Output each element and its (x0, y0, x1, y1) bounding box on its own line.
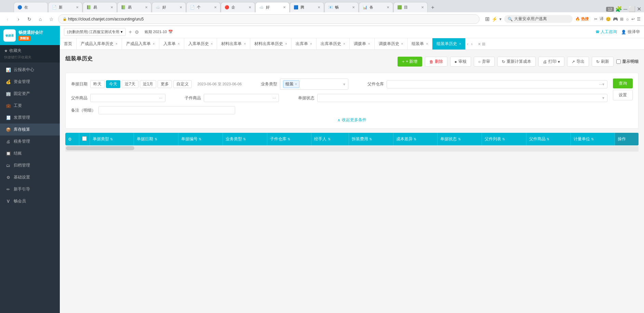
filter-settings-button[interactable]: 设置 (613, 90, 633, 100)
tab-close-icon[interactable]: × (310, 42, 312, 46)
date-custom-btn[interactable]: 自定义 (173, 80, 192, 88)
browser-tab-1[interactable]: 📄 新 ✕ (48, 2, 82, 12)
tab-close-icon[interactable]: ✕ (249, 5, 251, 9)
user-avatar-area[interactable]: 👤 徐泽华 (621, 29, 640, 35)
period-selector[interactable]: 账期 2021-10 📅 (142, 28, 176, 35)
scissors-icon[interactable]: ✂ (594, 17, 598, 22)
delete-button[interactable]: 🗑 删除 (425, 57, 447, 67)
audit-button[interactable]: ● 审核 (450, 57, 471, 67)
sidebar-item-settings[interactable]: ⚙ 基础设置 (0, 171, 60, 183)
tab-close-all-icon[interactable]: × (478, 41, 481, 47)
tab-close-icon[interactable]: × (285, 42, 287, 46)
page-tab-home[interactable]: 首页 (60, 38, 77, 49)
lightning-icon[interactable]: ⚡ (492, 16, 497, 22)
th-child-warehouse[interactable]: 子件仓库 ⇅ (267, 133, 311, 145)
date-7days-btn[interactable]: 近7天 (122, 80, 138, 88)
tab-close-icon[interactable]: × (116, 42, 118, 46)
tab-scroll-left[interactable]: ‹ (466, 42, 470, 46)
note-input[interactable] (98, 106, 235, 114)
browser-tab-5[interactable]: 📄 个 ✕ (186, 2, 220, 12)
search-box[interactable]: 🔍 大量安卓用户逃离 (504, 15, 573, 23)
order-status-dropdown[interactable]: ▾ (317, 94, 607, 102)
sidebar-item-salary[interactable]: 💼 工资 (0, 100, 60, 112)
sidebar-item-cloud-report[interactable]: 📊 云报表中心 (0, 64, 60, 76)
th-cost-variance[interactable]: 成本差异 ⇅ (393, 133, 438, 145)
tab-close-icon[interactable]: × (426, 42, 428, 46)
home-button[interactable]: ⌂ (36, 15, 44, 23)
recalculate-button[interactable]: ↻ 重新计算成本 (497, 57, 536, 67)
sidebar-item-checkout[interactable]: 🔲 结账 (0, 147, 60, 159)
select-all-checkbox[interactable] (82, 136, 87, 141)
business-type-tag-close[interactable]: × (295, 82, 297, 86)
minimize-icon[interactable]: ─ (623, 6, 627, 12)
date-more-btn[interactable]: 更多 (158, 80, 172, 88)
page-tab-transfer-history[interactable]: 调拨单历史 × (375, 38, 408, 49)
sidebar-item-fund[interactable]: 💰 资金管理 (0, 76, 60, 88)
browser-tab-11[interactable]: 🟩 目 ✕ (393, 2, 428, 12)
tab-close-icon[interactable]: ✕ (179, 5, 182, 9)
page-tab-out-order[interactable]: 出库单 × (292, 38, 317, 49)
tab-close-icon[interactable]: ✕ (421, 5, 424, 9)
th-order-no[interactable]: 单据编号 ⇅ (178, 133, 223, 145)
tab-close-icon[interactable]: × (244, 42, 246, 46)
th-settings[interactable]: ⚙ (65, 133, 79, 145)
game-icon[interactable]: 🎮 (613, 17, 618, 22)
extensions-icon[interactable]: 🧩 (615, 6, 622, 12)
show-detail-checkbox[interactable] (616, 59, 621, 64)
browser-tab-4[interactable]: ☁️ 好 ✕ (152, 2, 186, 12)
horizontal-scrollbar[interactable] (65, 146, 639, 152)
date-yesterday-btn[interactable]: 昨天 (90, 80, 105, 88)
print-button[interactable]: 🖨 打印 ▾ (538, 57, 564, 67)
close-window-icon[interactable]: ✕ (637, 6, 641, 12)
export-button[interactable]: ↗ 导出 (567, 57, 589, 67)
tab-close-icon[interactable]: ✕ (352, 5, 355, 9)
tab-close-icon[interactable]: ✕ (110, 5, 113, 9)
page-tab-produce-in-history[interactable]: 产成品入库单历史 × (77, 38, 122, 49)
sidebar-item-archive[interactable]: 🗂 归档管理 (0, 159, 60, 171)
emoji-icon[interactable]: 😊 (606, 17, 611, 22)
tab-close-icon[interactable]: × (459, 42, 461, 46)
menu-icon[interactable]: ☰ (637, 17, 641, 22)
browser-tab-6[interactable]: 🔴 企 ✕ (221, 2, 255, 12)
tab-close-icon[interactable]: × (178, 42, 180, 46)
parent-warehouse-dropdown[interactable]: ··· ▾ (387, 80, 607, 88)
tab-scroll-right[interactable]: › (470, 42, 474, 46)
th-business-type[interactable]: 业务类型 ⇅ (223, 133, 267, 145)
reload-button[interactable]: ↻ (25, 15, 33, 23)
th-disassembly-fee[interactable]: 拆装费用 ⇅ (349, 133, 393, 145)
sidebar-item-inventory[interactable]: 📦 库存核算 (0, 124, 60, 136)
browser-tab-8[interactable]: 🟦 腾 ✕ (290, 2, 324, 12)
browser-tab-7[interactable]: ☁️ 好 ✕ (255, 2, 290, 12)
page-tab-assembly-history[interactable]: 组装单历史 × (432, 38, 466, 49)
browser-tab-3[interactable]: 📗 易 ✕ (117, 2, 151, 12)
page-tab-out-order-history[interactable]: 出库单历史 × (317, 38, 350, 49)
tab-close-icon[interactable]: ✕ (283, 5, 286, 9)
tab-grid-icon[interactable]: ⊞ (482, 42, 485, 46)
th-order-date[interactable]: 单据日期 ⇅ (134, 133, 178, 145)
business-type-dropdown[interactable]: 组装 × ▾ (280, 79, 348, 90)
tab-close-icon[interactable]: × (211, 42, 213, 46)
date-1month-btn[interactable]: 近1月 (140, 80, 157, 88)
parent-goods-more-btn[interactable]: ··· (159, 96, 162, 100)
print-dropdown-icon[interactable]: ▾ (558, 59, 560, 64)
show-detail-toggle[interactable]: 显示明细 (616, 59, 639, 65)
tab-close-icon[interactable]: ✕ (145, 5, 148, 9)
consultant-link[interactable]: ☎ 人工咨询 (595, 29, 617, 35)
forward-button[interactable]: › (14, 15, 23, 23)
sidebar-item-fixed-assets[interactable]: 🏢 固定资产 (0, 88, 60, 100)
abandon-button[interactable]: ○ 弃审 (474, 57, 495, 67)
maximize-icon[interactable]: ⬜ (629, 6, 635, 12)
th-parent-list[interactable]: 父件列表 ⇅ (482, 133, 526, 145)
th-order-status[interactable]: 单据状态 ⇅ (438, 133, 482, 145)
tab-close-icon[interactable]: × (401, 42, 403, 46)
grid-icon[interactable]: ⊞ (620, 17, 623, 22)
query-button[interactable]: 查询 (613, 79, 633, 88)
tab-close-icon[interactable]: ✕ (318, 5, 320, 9)
tab-close-icon[interactable]: ✕ (387, 5, 389, 9)
qr-code-icon[interactable]: ⊞ (485, 16, 489, 22)
browser-tab-2[interactable]: 📗 易 ✕ (83, 2, 117, 12)
business-type-dropdown-more[interactable]: ▾ (343, 82, 345, 87)
child-goods-more-btn[interactable]: ··· (272, 96, 276, 100)
page-tab-in-order-history[interactable]: 入库单历史 × (184, 38, 217, 49)
address-input[interactable]: 🔒 https://cloud.chanjet.com/accounting/u… (58, 14, 480, 24)
